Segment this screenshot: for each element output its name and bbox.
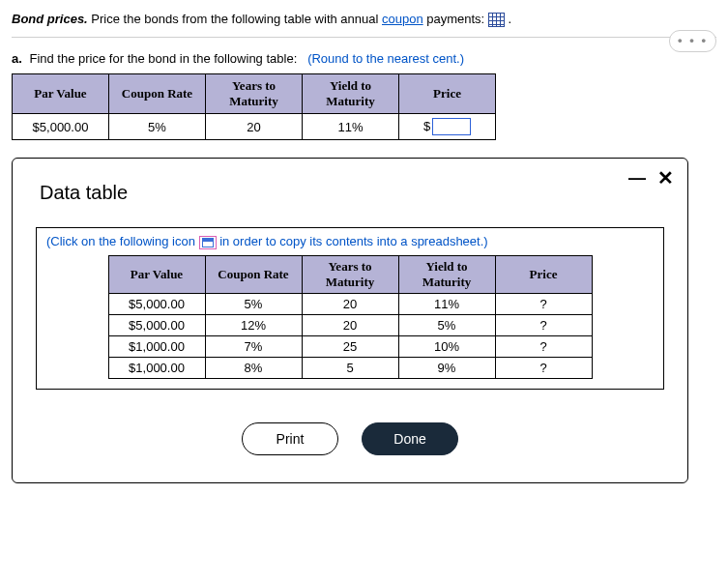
done-button[interactable]: Done xyxy=(362,422,458,455)
price-cell: $ xyxy=(399,114,496,140)
question-title: Bond prices. xyxy=(12,12,88,26)
close-icon[interactable]: ✕ xyxy=(657,168,674,188)
col-years: Years to Maturity xyxy=(302,255,398,293)
col-price: Price xyxy=(495,255,592,293)
print-button[interactable]: Print xyxy=(242,422,338,455)
col-rate: Coupon Rate xyxy=(109,74,206,114)
col-ytm: Yield to Maturity xyxy=(398,255,495,293)
col-rate: Coupon Rate xyxy=(205,255,302,293)
data-table-modal: — ✕ Data table (Click on the following i… xyxy=(12,158,688,483)
table-row: $5,000.00 5% 20 11% $ xyxy=(13,114,496,140)
table-row: $1,000.00 7% 25 10% ? xyxy=(108,335,592,357)
part-a-table: Par Value Coupon Rate Years to Maturity … xyxy=(12,73,496,140)
data-table: Par Value Coupon Rate Years to Maturity … xyxy=(108,255,593,379)
data-table-wrap: (Click on the following icon in order to… xyxy=(36,227,664,390)
col-par: Par Value xyxy=(13,74,109,114)
part-a-text: Find the price for the bond in the follo… xyxy=(29,51,297,66)
rounding-hint: (Round to the nearest cent.) xyxy=(307,51,464,66)
modal-button-row: Print Done xyxy=(36,422,664,455)
table-row: $5,000.00 12% 20 5% ? xyxy=(108,314,592,335)
data-table-icon[interactable] xyxy=(488,13,505,27)
copy-icon[interactable] xyxy=(199,236,217,249)
coupon-link[interactable]: coupon xyxy=(382,12,423,26)
table-row: $5,000.00 5% 20 11% ? xyxy=(108,293,592,314)
copy-hint: (Click on the following icon in order to… xyxy=(46,234,654,249)
question-stem: Bond prices. Price the bonds from the fo… xyxy=(12,12,716,27)
table-row: $1,000.00 8% 5 9% ? xyxy=(108,357,592,378)
col-ytm: Yield to Maturity xyxy=(303,74,399,114)
minimize-icon[interactable]: — xyxy=(628,169,646,187)
more-button[interactable]: • • • xyxy=(669,30,716,52)
col-par: Par Value xyxy=(108,255,205,293)
part-a-label: a. xyxy=(12,51,22,66)
col-price: Price xyxy=(399,74,496,114)
part-a: a. Find the price for the bond in the fo… xyxy=(12,51,716,140)
col-years: Years to Maturity xyxy=(206,74,303,114)
divider xyxy=(12,37,716,38)
modal-title: Data table xyxy=(40,182,664,204)
price-input[interactable] xyxy=(432,118,471,135)
